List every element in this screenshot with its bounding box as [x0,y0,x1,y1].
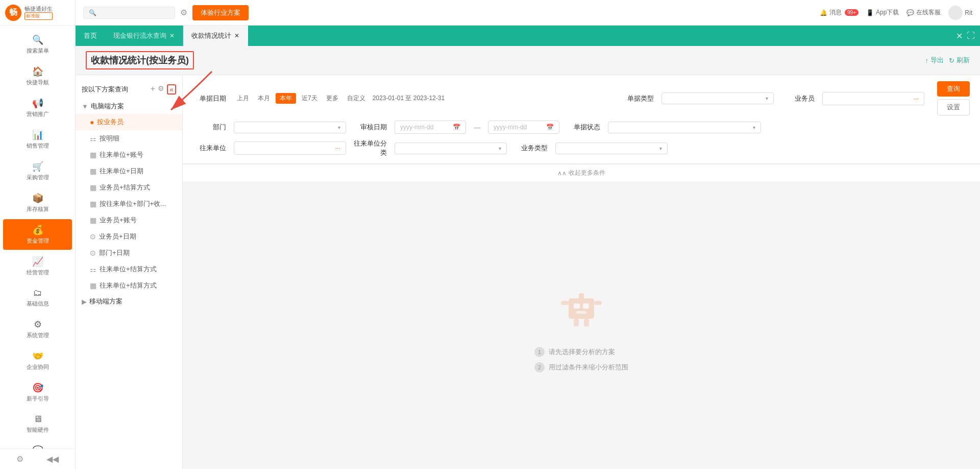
sidebar-item-operations[interactable]: 📈 经营管理 [3,251,72,282]
settings-footer-icon[interactable]: ⚙ [16,454,23,464]
scheme-item-unit-settle1[interactable]: ⚏ 往来单位+结算方式 [76,261,182,277]
scheme-item-label-unit-dept: 按往来单位+部门+收... [100,199,166,208]
scheme-item-label-unit-settle2: 往来单位+结算方式 [100,281,157,290]
salesperson-label: 业务员 [781,94,815,103]
business-type-input[interactable]: ▾ [555,143,668,154]
doc-status-input[interactable]: ▾ [608,122,761,133]
quicknav-icon: 🏠 [32,66,43,77]
refresh-button[interactable]: ↻ 刷新 [949,56,970,65]
trial-button[interactable]: 体验行业方案 [192,5,249,20]
date-tab-7days[interactable]: 近7天 [299,93,321,104]
counterpart-category-label: 往来单位分类 [354,139,387,157]
topbar: 🔍 ⚙ 体验行业方案 🔔 消息 99+ 📱 App下载 💬 在 [76,0,980,26]
scheme-item-unit-date[interactable]: ▦ 往来单位+日期 [76,163,182,179]
scheme-item-unit-dept-income[interactable]: ▦ 按往来单位+部门+收... [76,196,182,212]
step-2-num: 2 [534,362,545,372]
scheme-item-unit-account[interactable]: ▦ 往来单位+账号 [76,147,182,163]
scheme-item-unit-settle2[interactable]: ▦ 往来单位+结算方式 [76,277,182,294]
scheme-item-by-salesperson[interactable]: ● 按业务员 [76,114,182,130]
scheme-item-salesperson-date[interactable]: ⊙ 业务员+日期 [76,228,182,245]
counterpart-input[interactable]: ··· [234,142,346,155]
notification-action[interactable]: 🔔 消息 99+ [820,8,859,17]
doc-type-input[interactable]: ▾ [662,92,774,104]
date-tab-custom[interactable]: 自定义 [344,93,369,104]
dept-filter-label: 部门 [193,123,226,132]
review-date-end-input[interactable]: yyyy-mm-dd 📅 [488,121,559,134]
receipt-stats-tab-close[interactable]: ✕ [234,32,239,39]
collapse-label: 收起更多条件 [569,169,605,177]
sidebar-item-inventory[interactable]: 📦 库存核算 [3,187,72,218]
sidebar-item-cooperation[interactable]: 🤝 企业协同 [3,345,72,376]
date-tab-last-month[interactable]: 上月 [234,93,252,104]
scheme-item-salesperson-settle[interactable]: ▦ 业务员+结算方式 [76,179,182,196]
sidebar-item-system[interactable]: ⚙ 系统管理 [3,314,72,344]
calendar-start-icon[interactable]: 📅 [453,124,460,131]
unit-date-icon: ▦ [90,167,96,175]
home-tab-label: 首页 [84,31,97,40]
salesperson-settle-icon: ▦ [90,183,96,192]
filter-settings-button[interactable]: 设置 [937,99,970,115]
collapse-button[interactable]: ∧∧ 收起更多条件 [187,169,976,177]
counterpart-category-input[interactable]: ▾ [395,143,507,154]
main-area: 🔍 ⚙ 体验行业方案 🔔 消息 99+ 📱 App下载 💬 在 [76,0,980,469]
calendar-end-icon[interactable]: 📅 [546,124,554,131]
panel-header: 按以下方案查询 + ⚙ « [76,80,182,99]
scheme-item-salesperson-account[interactable]: ▦ 业务员+账号 [76,212,182,228]
scheme-settings-icon[interactable]: ⚙ [158,84,164,95]
dept-input[interactable]: ▾ [234,122,346,133]
svg-rect-6 [594,301,602,305]
topbar-search[interactable]: 🔍 [83,7,175,19]
export-button[interactable]: ↑ 导出 [925,56,944,65]
date-tab-this-year[interactable]: 本年 [276,93,296,104]
sidebar-item-finance[interactable]: 💰 资金管理 [3,219,72,250]
app-download-action[interactable]: 📱 App下载 [866,8,899,17]
tab-receipt-stats[interactable]: 收款情况统计 ✕ [183,26,248,46]
query-button[interactable]: 查询 [937,81,970,97]
sidebar-item-marketing[interactable]: 📢 营销推广 [3,92,72,123]
scheme-item-label-unit-account: 往来单位+账号 [100,150,143,159]
panel-collapse-icon[interactable]: « [167,84,176,95]
mobile-arrow-icon: ▶ [82,298,87,306]
search-icon: 🔍 [89,9,96,16]
date-tab-more[interactable]: 更多 [323,93,341,104]
sidebar-item-sales[interactable]: 📊 销售管理 [3,124,72,155]
sidebar-item-hardware[interactable]: 🖥 智能硬件 [3,409,72,439]
step-1-num: 1 [534,347,545,357]
tab-maximize-icon[interactable]: ⛶ [967,31,975,40]
scheme-item-label-detail: 按明细 [100,134,119,143]
mobile-group-title[interactable]: ▶ 移动端方案 [76,294,182,309]
logo-badge: 标准版 [24,12,53,20]
counterpart-more-btn[interactable]: ··· [335,145,340,152]
sidebar-item-purchase[interactable]: 🛒 采购管理 [3,156,72,186]
topbar-gear-icon[interactable]: ⚙ [180,8,187,17]
svg-rect-3 [576,311,586,314]
date-tab-this-month[interactable]: 本月 [255,93,273,104]
sidebar-item-guide[interactable]: 🎯 新手引导 [3,377,72,408]
sidebar-footer: ⚙ ◀◀ [0,449,75,469]
scheme-item-label-salesperson-account: 业务员+账号 [100,216,137,225]
scheme-item-by-detail[interactable]: ⚏ 按明细 [76,130,182,147]
scheme-item-label-dept-date: 部门+日期 [99,248,130,257]
bank-flow-tab-close[interactable]: ✕ [169,32,175,39]
add-scheme-icon[interactable]: + [151,84,155,95]
review-date-start-input[interactable]: yyyy-mm-dd 📅 [395,121,466,134]
tab-close-window-icon[interactable]: ✕ [956,31,963,41]
sidebar-label-marketing: 营销推广 [27,110,49,118]
sidebar-item-quicknav[interactable]: 🏠 快捷导航 [3,61,72,91]
filter-row-3: 往来单位 ··· 往来单位分类 ▾ 业务类型 ▾ [193,139,970,157]
tab-bank-flow[interactable]: 现金银行流水查询 ✕ [105,26,183,46]
scheme-item-dept-date[interactable]: ⊙ 部门+日期 [76,245,182,261]
svg-rect-4 [579,293,584,299]
sidebar-item-wechat[interactable]: 💬 企业微信 [3,440,72,449]
salesperson-more-icon[interactable]: ··· [914,95,919,102]
sidebar-item-basics[interactable]: 🗂 基础信息 [3,283,72,313]
system-icon: ⚙ [34,319,42,330]
desktop-group-title[interactable]: ▼ 电脑端方案 [76,99,182,114]
salesperson-input[interactable]: ··· [822,92,924,105]
collapse-footer-icon[interactable]: ◀◀ [46,454,59,464]
tab-home[interactable]: 首页 [76,26,105,46]
online-service-action[interactable]: 💬 在线客服 [906,8,941,17]
sidebar-item-search[interactable]: 🔍 搜索菜单 [3,29,72,60]
logo-icon: 畅 [5,5,21,21]
user-area[interactable]: Rit [948,6,972,20]
